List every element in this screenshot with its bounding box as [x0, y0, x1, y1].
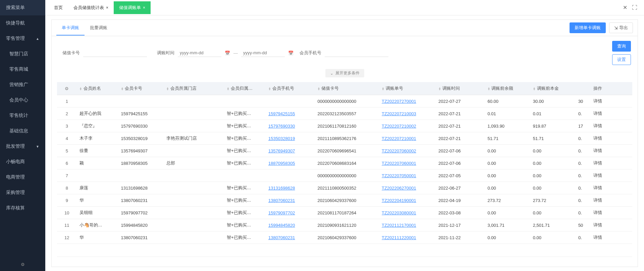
settings-button[interactable]: 设置 — [612, 54, 631, 65]
export-button[interactable]: ⇲ 导出 — [609, 22, 633, 33]
sidebar-quicknav[interactable]: 快捷导航 — [0, 15, 45, 31]
sort-icon[interactable]: ▲▼ — [487, 87, 490, 90]
cell: 0.00 — [485, 182, 530, 194]
column-header[interactable]: ▲▼会员卡号 — [118, 82, 164, 95]
calendar-icon[interactable]: 📅 — [288, 51, 293, 56]
close-icon[interactable]: × — [143, 5, 145, 10]
link[interactable]: 15979425155 — [268, 111, 295, 116]
column-header[interactable]: ▲▼调账前本金 — [530, 82, 576, 95]
link[interactable]: 15797690330 — [268, 124, 295, 129]
tab-adjust[interactable]: 储值调账单 × — [114, 1, 151, 14]
subtab-batch[interactable]: 批量调账 — [85, 21, 113, 35]
link[interactable]: TZ202204190001 — [382, 198, 416, 203]
sidebar-retail-mgmt[interactable]: 零售管理 ▲ — [0, 31, 45, 46]
detail-link[interactable]: 详情 — [593, 160, 602, 165]
link[interactable]: TZ202207210002 — [382, 124, 416, 129]
sort-icon[interactable]: ▲▼ — [317, 87, 320, 90]
sidebar-sub-item[interactable]: 零售商城 — [0, 62, 45, 77]
sort-icon[interactable]: ▲▼ — [533, 87, 536, 90]
tab-stats[interactable]: 会员储值统计表 × — [68, 1, 114, 14]
detail-link[interactable]: 详情 — [593, 222, 602, 227]
sidebar-sub-item[interactable]: 基础信息 — [0, 123, 45, 139]
cell: TZ202112170001 — [379, 219, 436, 231]
sidebar-sub-item[interactable]: 零售统计 — [0, 108, 45, 123]
detail-link[interactable]: 详情 — [593, 148, 602, 153]
sort-icon[interactable]: ▲▼ — [166, 87, 169, 90]
sidebar-xiaochang[interactable]: 小畅电商 — [0, 154, 45, 170]
phone-input[interactable] — [325, 49, 388, 57]
sidebar-sub-item[interactable]: 智慧门店 — [0, 46, 45, 62]
link[interactable]: TZ202112170001 — [382, 223, 416, 228]
sort-icon[interactable]: ▲▼ — [438, 87, 441, 90]
column-header[interactable]: ▲▼调账前余额 — [485, 82, 530, 95]
sidebar-ecom-mgmt[interactable]: 电商管理 — [0, 170, 45, 185]
add-button[interactable]: 新增单卡调账 — [570, 22, 606, 33]
cell: 智+已购买… — [224, 194, 266, 207]
link[interactable]: 15350328019 — [268, 136, 295, 141]
link[interactable]: TZ202207270001 — [382, 99, 416, 104]
detail-link[interactable]: 详情 — [593, 235, 602, 240]
detail-link[interactable]: 详情 — [593, 173, 602, 178]
column-header[interactable]: ▲▼调账单号 — [379, 82, 436, 95]
table-settings-icon[interactable]: ⚙ — [65, 86, 69, 91]
sort-icon[interactable]: ▲▼ — [79, 87, 82, 90]
link[interactable]: TZ202111220001 — [382, 235, 416, 240]
table-row: 6颖18870958305总部智+已购买…1887095830520220706… — [57, 157, 632, 170]
cell: 2022-04-19 — [436, 194, 485, 207]
sidebar-sub-item[interactable]: 会员中心 — [0, 92, 45, 108]
column-header[interactable]: ▲▼会员手机号 — [266, 82, 315, 95]
link[interactable]: 13807060231 — [268, 235, 295, 240]
date-from-input[interactable] — [178, 49, 221, 57]
link[interactable]: 15979097702 — [268, 210, 295, 215]
sort-icon[interactable]: ▲▼ — [121, 87, 124, 90]
detail-link[interactable]: 详情 — [593, 185, 602, 190]
detail-link[interactable]: 详情 — [593, 198, 602, 203]
card-input[interactable] — [83, 49, 147, 57]
link[interactable]: TZ202207060002 — [382, 148, 416, 153]
link[interactable]: TZ202207210001 — [382, 136, 416, 141]
link[interactable]: 15994845820 — [268, 223, 295, 228]
sidebar-wholesale-mgmt[interactable]: 批发管理 ▼ — [0, 139, 45, 154]
sidebar-stock-acc[interactable]: 库存核算 — [0, 200, 45, 216]
close-all-icon[interactable]: ✕ — [623, 4, 627, 11]
link[interactable]: TZ202206270001 — [382, 186, 416, 191]
link[interactable]: 13807060231 — [268, 198, 295, 203]
fullscreen-icon[interactable]: ⛶ — [632, 5, 637, 11]
sort-icon[interactable]: ▲▼ — [382, 87, 384, 90]
link[interactable]: 13131698628 — [268, 186, 295, 191]
detail-link[interactable]: 详情 — [593, 210, 602, 215]
detail-link[interactable]: 详情 — [593, 111, 602, 116]
cell: 273.72 — [485, 194, 530, 207]
link[interactable]: 13576949307 — [268, 148, 295, 153]
sort-icon[interactable]: ▲▼ — [227, 87, 229, 90]
column-header[interactable]: ▲▼会员所属门店 — [164, 82, 224, 95]
column-header[interactable]: ▲▼储值卡号 — [315, 82, 379, 95]
tab-home[interactable]: 首页 — [49, 1, 68, 14]
detail-link[interactable]: 详情 — [593, 98, 602, 104]
column-header[interactable]: ▲▼会员姓名 — [77, 82, 118, 95]
sidebar-sub-item[interactable]: 营销推广 — [0, 77, 45, 92]
link[interactable]: TZ202207050001 — [382, 173, 416, 178]
cell: 1,093.90 — [485, 120, 530, 132]
subtab-single[interactable]: 单卡调账 — [56, 21, 85, 36]
link[interactable]: TZ202207210003 — [382, 111, 416, 116]
detail-link[interactable]: 详情 — [593, 123, 602, 128]
link[interactable]: TZ202207060001 — [382, 161, 416, 166]
cell: 11 — [57, 219, 77, 231]
link[interactable]: 18870958305 — [268, 161, 295, 166]
link[interactable]: TZ202203080001 — [382, 210, 416, 215]
query-button[interactable]: 查询 — [612, 41, 631, 52]
gear-icon[interactable]: ⚙ — [21, 262, 25, 267]
sidebar-purchase-mgmt[interactable]: 采购管理 — [0, 185, 45, 200]
column-header[interactable]: ▲▼调账时间 — [436, 82, 485, 95]
close-icon[interactable]: × — [106, 5, 108, 10]
sort-icon[interactable]: ▲▼ — [268, 87, 271, 90]
date-to-input[interactable] — [241, 49, 285, 57]
expand-filters-button[interactable]: ⌄ 展开更多条件 — [325, 69, 364, 77]
column-header[interactable]: ▲▼会员归属… — [224, 82, 266, 95]
sidebar-search[interactable]: 搜索菜单 — [0, 0, 45, 15]
cell: 4 — [57, 132, 77, 145]
detail-link[interactable]: 详情 — [593, 136, 602, 141]
cell: 30.00 — [530, 95, 576, 108]
calendar-icon[interactable]: 📅 — [225, 51, 230, 56]
